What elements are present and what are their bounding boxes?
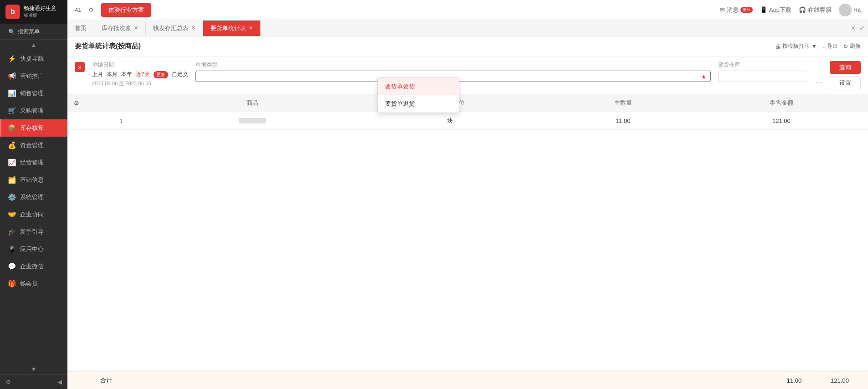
dropdown-item-order[interactable]: 要货单要货	[378, 78, 459, 95]
refresh-label: 刷新	[850, 42, 861, 50]
tab-receive-close[interactable]: ✕	[191, 25, 195, 31]
row-amount: 121.00	[695, 112, 868, 130]
tab-batch-close[interactable]: ✕	[134, 25, 138, 31]
window-expand-icon[interactable]: ⤢	[859, 25, 864, 31]
filter-toggle-button[interactable]: »	[75, 62, 85, 72]
sidebar-item-inventory[interactable]: 📦 库存核算	[0, 119, 67, 137]
sidebar-item-operation[interactable]: 📈 经营管理	[0, 154, 67, 171]
settings-button[interactable]: 设置	[830, 77, 861, 89]
page-header: 要货单统计表(按商品) 🖨 按模板打印 ▼ ↓ 导出 ↻ 刷新	[67, 36, 868, 56]
date-option-last-month[interactable]: 上月	[92, 71, 103, 78]
print-chevron: ▼	[812, 43, 817, 50]
col-product: 商品	[157, 94, 348, 112]
row-unit: 块	[348, 112, 551, 130]
sidebar-bottom: ⚙ ◀	[0, 374, 67, 389]
date-filter-label: 单据日期	[92, 61, 188, 69]
date-option-this-year[interactable]: 本年	[121, 71, 132, 78]
sidebar-item-sales[interactable]: 📊 销售管理	[0, 85, 67, 102]
type-dropdown: 要货单要货 要货单退货	[377, 77, 459, 113]
trial-button[interactable]: 体验行业方案	[101, 3, 151, 17]
warehouse-filter-input-wrap[interactable]	[718, 71, 808, 82]
window-close-icon[interactable]: ✕	[851, 25, 856, 31]
sidebar-item-appstore[interactable]: 📱 应用中心	[0, 241, 67, 258]
warehouse-filter-input[interactable]	[722, 73, 804, 80]
refresh-button[interactable]: ↻ 刷新	[843, 42, 861, 50]
product-name-placeholder	[239, 118, 266, 123]
tab-home[interactable]: 首页	[67, 20, 94, 36]
user-avatar[interactable]: Rit	[839, 4, 861, 16]
tab-receive-label: 收发存汇总表	[153, 24, 189, 32]
col-gear: ⚙	[67, 94, 86, 112]
app-subtitle: 标准版	[24, 12, 56, 19]
sidebar-item-shortcut[interactable]: ⚡ 快捷导航	[0, 50, 67, 67]
avatar-image	[839, 4, 852, 16]
date-option-custom[interactable]: 自定义	[172, 71, 188, 78]
sidebar-item-guide[interactable]: 🎓 新手引导	[0, 223, 67, 241]
type-filter-label: 单据类型	[195, 61, 711, 69]
sidebar-item-basic[interactable]: 🗂️ 基础信息	[0, 171, 67, 189]
query-button[interactable]: 查询	[830, 61, 861, 74]
tab-order-stat-close[interactable]: ✕	[249, 25, 253, 31]
sidebar-item-label: 经营管理	[20, 159, 44, 167]
app-title: 畅捷通好生意	[24, 5, 56, 12]
date-more-tag[interactable]: 更多	[154, 71, 168, 78]
dropdown-item-return[interactable]: 要货单退货	[378, 95, 459, 113]
tab-order-stat[interactable]: 要货单统计表 ✕	[203, 20, 261, 36]
date-option-this-month[interactable]: 本月	[107, 71, 118, 78]
sidebar-scroll-up[interactable]: ▲	[0, 40, 67, 50]
member-icon: 🎁	[8, 280, 16, 288]
inventory-icon: 📦	[8, 124, 16, 132]
sidebar-scroll-down[interactable]: ▼	[0, 364, 67, 374]
sidebar-item-wechat[interactable]: 💬 企业微信	[0, 258, 67, 275]
sidebar-item-purchase[interactable]: 🛒 采购管理	[0, 102, 67, 119]
guide-icon: 🎓	[8, 228, 16, 236]
sidebar-search[interactable]: 🔍 搜索菜单	[0, 24, 67, 40]
tab-order-stat-label: 要货单统计表	[211, 24, 246, 32]
content-area: 要货单统计表(按商品) 🖨 按模板打印 ▼ ↓ 导出 ↻ 刷新 »	[67, 36, 868, 389]
tab-batch[interactable]: 库存批次账 ✕	[94, 20, 146, 36]
more-filters-button[interactable]: ···	[816, 78, 822, 87]
sidebar-item-member[interactable]: 🎁 畅会员	[0, 275, 67, 292]
type-chevron-icon[interactable]: ▲	[701, 73, 707, 80]
print-button[interactable]: 🖨 按模板打印 ▼	[775, 42, 817, 50]
topbar: 41 ⚙ 体验行业方案 ✉ 消息 99+ 📱 App下载 🎧 在线客服 Rit	[67, 0, 868, 20]
sidebar-item-system[interactable]: ⚙️ 系统管理	[0, 189, 67, 206]
operation-icon: 📈	[8, 159, 16, 167]
topbar-settings-icon[interactable]: ⚙	[88, 6, 94, 13]
page-actions: 🖨 按模板打印 ▼ ↓ 导出 ↻ 刷新	[775, 42, 861, 50]
sidebar: b 畅捷通好生意 标准版 🔍 搜索菜单 ▲ ⚡ 快捷导航 📢 营销推广 📊 销售…	[0, 0, 67, 389]
sales-icon: 📊	[8, 89, 16, 97]
support-button[interactable]: 🎧 在线客服	[799, 6, 832, 14]
sidebar-nav: ⚡ 快捷导航 📢 营销推广 📊 销售管理 🛒 采购管理 📦 库存核算 💰 资金管…	[0, 50, 67, 364]
sidebar-settings-icon[interactable]: ⚙	[5, 379, 11, 385]
message-button[interactable]: ✉ 消息 99+	[720, 6, 753, 14]
row-product	[157, 112, 348, 130]
sidebar-item-label: 库存核算	[20, 124, 44, 132]
sidebar-item-enterprise[interactable]: 🤝 企业协同	[0, 206, 67, 223]
date-option-7days[interactable]: 近7天	[136, 71, 150, 78]
date-range: 2023-05-06 至 2023-06-06	[92, 80, 188, 87]
download-label: App下载	[769, 6, 791, 14]
table-row: 1 块 11.00 121.00	[67, 112, 868, 130]
export-button[interactable]: ↓ 导出	[822, 42, 838, 50]
export-icon: ↓	[822, 43, 825, 50]
footer-quantity: 11.00	[771, 377, 817, 384]
download-button[interactable]: 📱 App下载	[760, 6, 791, 14]
message-badge: 99+	[740, 7, 753, 13]
sidebar-item-marketing[interactable]: 📢 营销推广	[0, 67, 67, 85]
main-area: 41 ⚙ 体验行业方案 ✉ 消息 99+ 📱 App下载 🎧 在线客服 Rit	[67, 0, 868, 389]
enterprise-icon: 🤝	[8, 210, 16, 219]
sidebar-collapse-icon[interactable]: ◀	[57, 379, 62, 385]
tab-receive[interactable]: 收发存汇总表 ✕	[146, 20, 203, 36]
col-quantity: 主数量	[551, 94, 695, 112]
appstore-icon: 📱	[8, 245, 16, 253]
sidebar-item-label: 应用中心	[20, 245, 44, 253]
topbar-right: ✉ 消息 99+ 📱 App下载 🎧 在线客服 Rit	[720, 4, 861, 16]
sidebar-item-label: 新手引导	[20, 228, 44, 236]
sidebar-item-finance[interactable]: 💰 资金管理	[0, 137, 67, 154]
shortcut-icon: ⚡	[8, 55, 16, 63]
data-table: ⚙ 商品 主计量单位 主数量 零售金额	[67, 94, 868, 130]
filter-bar: » 单据日期 上月 本月 本年 近7天 更多 自定义 2023-05-06 至 …	[67, 56, 868, 94]
print-icon: 🖨	[775, 43, 781, 50]
user-name: Rit	[853, 6, 861, 13]
